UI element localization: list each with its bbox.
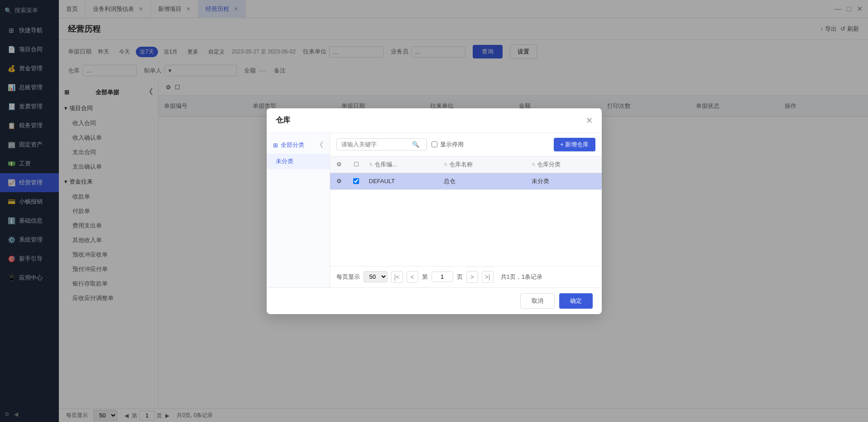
cat-item-uncategorized[interactable]: 未分类 [267,154,330,169]
cat-grid-icon: ⊞ [273,142,278,149]
cat-all-label: 全部分类 [281,141,304,149]
row-settings[interactable]: ⚙ [330,174,348,189]
dialog-title: 仓库 [276,116,290,125]
warehouse-dialog: 仓库 ✕ ⊞ 全部分类 《 未分类 🔍 [267,108,602,314]
dialog-page-input[interactable] [432,272,453,282]
dialog-total: 共1页，1条记录 [501,273,542,281]
dialog-header: 仓库 ✕ [267,108,602,133]
dialog-page-label: 第 [422,273,428,281]
add-warehouse-button[interactable]: + 新增仓库 [554,138,595,151]
th-name: ⇅ 仓库名称 [439,156,527,173]
dialog-prev-page-button[interactable]: < [407,271,418,283]
dialog-toolbar: 🔍 显示停用 + 新增仓库 [330,133,602,156]
dialog-confirm-button[interactable]: 确定 [559,293,593,309]
th-category-sort-icon[interactable]: ⇅ [532,162,535,167]
dialog-overlay: 仓库 ✕ ⊞ 全部分类 《 未分类 🔍 [0,0,868,422]
dialog-search-icon: 🔍 [412,141,419,148]
disabled-checkbox-input[interactable] [432,141,437,147]
cat-all-header[interactable]: ⊞ 全部分类 《 [267,137,330,154]
row-category: 未分类 [527,173,602,189]
dialog-footer: 取消 确定 [267,287,602,314]
show-disabled-label: 显示停用 [440,141,464,149]
row-name: 总仓 [439,173,527,189]
row-checkbox[interactable] [353,178,359,184]
dialog-table-header: ⚙ ☐ ⇅ 仓库编... ⇅ 仓库名称 ⇅ 仓库分类 [330,156,602,173]
dialog-per-page-label: 每页显示 [336,273,360,281]
dialog-last-page-button[interactable]: >| [482,271,494,283]
dialog-cancel-button[interactable]: 取消 [520,293,555,309]
row-check[interactable] [348,174,364,188]
dialog-body: ⊞ 全部分类 《 未分类 🔍 显示停用 [267,133,602,287]
th-code: ⇅ 仓库编... [364,156,439,173]
th-name-sort-icon[interactable]: ⇅ [444,162,447,167]
dialog-table: ⚙ ☐ ⇅ 仓库编... ⇅ 仓库名称 ⇅ 仓库分类 [330,156,602,266]
dialog-first-page-button[interactable]: |< [391,271,403,283]
th-code-sort-icon[interactable]: ⇅ [369,162,373,167]
dialog-categories: ⊞ 全部分类 《 未分类 [267,133,330,287]
cat-collapse-button[interactable]: 《 [316,141,323,150]
dialog-search-box[interactable]: 🔍 [336,138,427,150]
dialog-next-page-button[interactable]: > [466,271,478,283]
dialog-page-suffix: 页 [457,273,463,281]
th-settings[interactable]: ⚙ [330,157,348,172]
dialog-right-panel: 🔍 显示停用 + 新增仓库 ⚙ ☐ ⇅ 仓库编... [330,133,602,287]
th-category: ⇅ 仓库分类 [527,156,602,173]
dialog-pagination: 每页显示 50 |< < 第 页 > >| 共1页，1条记录 [330,266,602,287]
cat-scroll: 未分类 [267,154,330,169]
dialog-close-button[interactable]: ✕ [586,116,593,126]
th-check[interactable]: ☐ [348,157,364,172]
dialog-search-input[interactable] [341,141,409,148]
row-code: DEFAULT [364,174,439,189]
dialog-per-page-select[interactable]: 50 [364,271,388,282]
table-row[interactable]: ⚙ DEFAULT 总仓 未分类 [330,173,602,190]
show-disabled-checkbox[interactable]: 显示停用 [432,141,464,149]
